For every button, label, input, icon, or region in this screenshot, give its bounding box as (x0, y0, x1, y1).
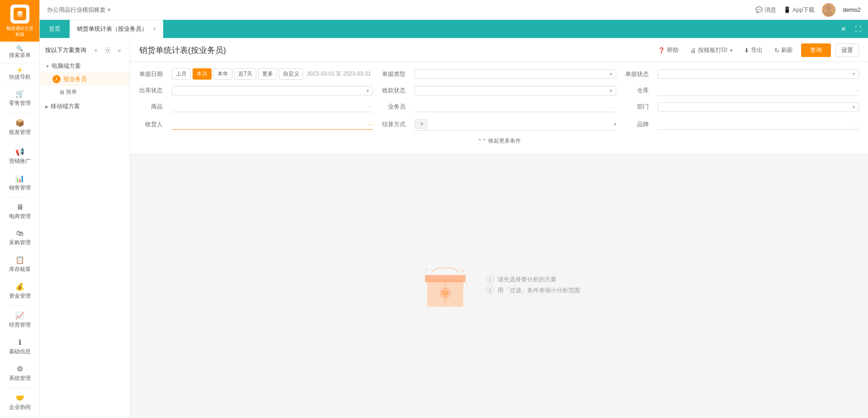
sidebar-item-6[interactable]: 📋 库存核算 (7, 251, 33, 278)
topbar: 办公用品行业模拟账套 ▾ 💬 消息 📱 App下载 demo2 (40, 0, 868, 20)
svg-rect-6 (425, 275, 466, 282)
doc-status-select[interactable]: ▾ (658, 69, 859, 79)
date-btn-lastmonth[interactable]: 上月 (172, 68, 191, 80)
receipt-status-label: 收款状态 (382, 86, 406, 95)
nav-icon: ⚡ (2, 67, 37, 73)
query-btn[interactable]: 查询 (801, 43, 831, 57)
subitem-label: 按单 (66, 88, 77, 96)
panel-add-btn[interactable]: + (91, 45, 101, 55)
out-status-arrow-icon: ▾ (358, 88, 369, 93)
step2-num: 2 (486, 286, 494, 294)
settings-btn[interactable]: 设置 (835, 43, 859, 57)
refresh-btn[interactable]: ↻ 刷新 (771, 44, 797, 56)
empty-steps: 1 请先选择要分析的方案 2 用「过滤」条件来缩小分析范围 (486, 276, 580, 297)
sidebar-item-9[interactable]: ℹ 基础信息 (7, 333, 33, 360)
date-btn-custom[interactable]: 自定义 (279, 68, 303, 80)
mobile-section-arrow-icon: ▶ (45, 104, 49, 109)
sidebar-item-icon-2: 📢 (15, 147, 24, 156)
warehouse-label: 仓库 (625, 86, 649, 95)
app-download-icon: 📱 (783, 6, 791, 13)
filter-area: 单据日期 上月 本月 本年 近7天 更多 自定义 2023-03-01 至 20… (130, 62, 868, 154)
sidebar-item-label-8: 经营管理 (9, 321, 31, 329)
export-btn[interactable]: ⬇ 导出 (741, 44, 766, 56)
department-select[interactable]: ▾ (658, 102, 859, 112)
empty-step1: 1 请先选择要分析的方案 (486, 276, 580, 284)
nav-label: 快捷导航 (2, 73, 37, 81)
app-download-btn[interactable]: 📱 App下载 (783, 6, 815, 14)
tab-active[interactable]: 销货单统计表（按业务员） × (70, 20, 163, 38)
settlement-dropdown-icon[interactable]: ▾ (614, 122, 616, 127)
product-label: 商品 (139, 103, 163, 111)
sidebar-item-icon-6: 📋 (15, 256, 24, 264)
tab-home[interactable]: 首页 (40, 20, 70, 38)
sidebar-item-2[interactable]: 📢 营销推广 (7, 143, 33, 170)
panel-section-desktop-header[interactable]: ▼ 电脑端方案 (40, 60, 130, 72)
panel-section-mobile: ▶ 移动端方案 (40, 100, 130, 113)
panel-settings-btn[interactable] (103, 45, 113, 55)
sidebar-item-icon-0: 🛒 (15, 90, 24, 98)
print-label: 按模板打印 (698, 46, 727, 54)
doc-status-arrow-icon: ▾ (844, 71, 855, 76)
date-btn-thisyear[interactable]: 本年 (213, 68, 232, 80)
breadcrumb-arrow: ▾ (108, 6, 111, 13)
sidebar-divider-3 (9, 197, 30, 198)
date-range-text: 2023-03-01 至 2023-03-31 (307, 70, 371, 78)
panel-header: 按以下方案查询 + « (40, 43, 130, 58)
tab-active-label: 销货单统计表（按业务员） (77, 25, 147, 33)
sidebar-item-7[interactable]: 💰 资金管理 (7, 278, 33, 304)
settlement-tag-remove-btn[interactable]: ✕ (420, 121, 424, 127)
svg-point-12 (443, 291, 444, 292)
out-status-select[interactable]: ▾ (172, 86, 373, 95)
brand-dots-icon[interactable]: ··· (854, 121, 859, 128)
message-icon: 💬 (755, 6, 763, 13)
collapse-btn[interactable]: ⌃⌃ 收起更多条件 (475, 134, 524, 147)
panel-section-mobile-header[interactable]: ▶ 移动端方案 (40, 100, 130, 113)
content-area: 按以下方案查询 + « ▼ 电脑端方案 (40, 38, 868, 418)
receipt-status-select[interactable]: ▾ (415, 86, 616, 95)
panel-item-salesperson[interactable]: 人 按业务员 (40, 72, 130, 86)
date-btn-7days[interactable]: 近7天 (234, 68, 256, 80)
app-logo[interactable]: 畅捷通好生意 标版 (0, 0, 39, 42)
doc-type-select[interactable]: ▾ (415, 69, 616, 79)
sidebar-item-icon-4: 🖥 (16, 203, 24, 211)
sidebar-item-4[interactable]: 🖥 电商管理 (7, 199, 33, 225)
product-dots-icon[interactable]: ··· (368, 103, 373, 110)
app-name: 畅捷通好生意 (2, 25, 37, 31)
panel-subitem-by-order[interactable]: ⊞ 按单 (40, 86, 130, 98)
username-label[interactable]: demo2 (843, 6, 861, 13)
refresh-label: 刷新 (781, 46, 793, 54)
sidebar-item-10[interactable]: ⚙ 系统管理 (7, 360, 33, 387)
panel-collapse-btn[interactable]: « (114, 45, 124, 55)
svg-point-4 (107, 49, 109, 52)
sidebar-item-8[interactable]: 📈 经营管理 (7, 307, 33, 333)
help-icon: ❓ (658, 47, 665, 54)
date-btn-more[interactable]: 更多 (258, 68, 277, 80)
avatar[interactable] (822, 3, 835, 17)
sidebar-item-label-10: 系统管理 (9, 375, 31, 382)
sidebar-divider-0 (9, 113, 30, 113)
sidebar-item-1[interactable]: 📦 批发管理 (7, 114, 33, 141)
empty-step2: 2 用「过滤」条件来缩小分析范围 (486, 286, 580, 294)
panel-header-label: 按以下方案查询 (45, 46, 86, 54)
tabbar-maximize-btn[interactable]: ⛶ (852, 23, 864, 35)
message-btn[interactable]: 💬 消息 (755, 6, 776, 14)
print-btn[interactable]: 🖨 按模板打印 ▾ (687, 44, 736, 56)
sidebar-item-5[interactable]: 🛍 采购管理 (7, 225, 33, 251)
tabbar-close-btn[interactable]: ✕ (837, 23, 850, 35)
tab-close-btn[interactable]: × (153, 26, 156, 32)
date-btn-thismonth[interactable]: 本月 (193, 68, 212, 80)
page-title: 销货单统计表(按业务员) (139, 45, 226, 56)
sidebar-item-0[interactable]: 🛒 零售管理 (7, 85, 33, 112)
settlement-label: 结算方式 (382, 120, 406, 128)
help-btn[interactable]: ❓ 帮助 (654, 44, 682, 56)
sidebar-search[interactable]: 🔍 搜索菜单 (0, 42, 39, 63)
sidebar-item-icon-11: 🤝 (15, 394, 24, 402)
salesperson-dots-icon[interactable]: ··· (611, 103, 616, 110)
recipient-dots-icon[interactable]: ··· (368, 121, 373, 128)
sidebar-item-11[interactable]: 🤝 企业协同 (7, 389, 33, 416)
quick-nav[interactable]: ⚡ 快捷导航 (0, 63, 39, 85)
export-icon: ⬇ (744, 47, 749, 54)
step1-num: 1 (486, 276, 494, 284)
sidebar-item-3[interactable]: 📊 销售管理 (7, 170, 33, 196)
warehouse-dots-icon[interactable]: ··· (854, 87, 859, 94)
